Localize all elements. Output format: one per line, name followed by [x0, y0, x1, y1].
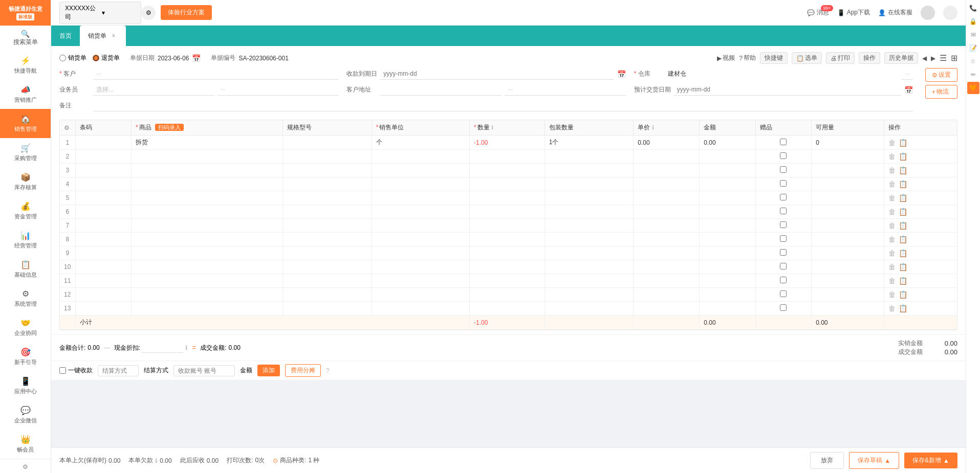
- expense-btn[interactable]: 费用分摊: [285, 364, 321, 377]
- row-pack-qty[interactable]: 1个: [545, 136, 633, 150]
- delete-icon[interactable]: 🗑: [888, 180, 896, 188]
- tab-sales-order[interactable]: 销货单 ×: [80, 26, 126, 46]
- delete-icon[interactable]: 🗑: [888, 194, 896, 202]
- copy-icon[interactable]: 📋: [899, 304, 907, 312]
- nav-next-icon[interactable]: ▶: [931, 55, 935, 62]
- settings-btn[interactable]: ⚙ 设置: [925, 68, 957, 82]
- expected-date-input[interactable]: [674, 84, 901, 96]
- delete-icon[interactable]: 🗑: [888, 235, 896, 243]
- expected-date-calendar-icon[interactable]: 📅: [904, 86, 913, 94]
- radio-sale-input[interactable]: [59, 55, 66, 61]
- copy-icon[interactable]: 📋: [899, 166, 907, 174]
- sidebar-item-sales[interactable]: 🏠 销售管理: [0, 109, 51, 138]
- row-price[interactable]: 0.00: [634, 136, 700, 150]
- rt-orange-btn[interactable]: 🧡: [967, 82, 979, 94]
- delete-icon[interactable]: 🗑: [888, 139, 896, 147]
- rt-note-btn[interactable]: 📝: [967, 42, 979, 54]
- delete-icon[interactable]: 🗑: [888, 304, 896, 312]
- avatar-extra[interactable]: [943, 6, 957, 20]
- customer-input[interactable]: ···: [93, 68, 338, 80]
- view-icon-list[interactable]: ☰: [940, 53, 947, 63]
- radio-return-input[interactable]: [93, 55, 99, 61]
- row-unit[interactable]: 个: [372, 136, 469, 150]
- calendar-icon[interactable]: 📅: [192, 54, 201, 62]
- save-draft-btn[interactable]: 保存草稿 ▲: [849, 452, 899, 469]
- addr-dots[interactable]: ···: [505, 84, 626, 96]
- experience-btn[interactable]: 体验行业方案: [161, 5, 212, 20]
- delete-icon[interactable]: 🗑: [888, 208, 896, 216]
- radio-sale[interactable]: 销货单: [59, 54, 86, 62]
- delete-icon[interactable]: 🗑: [888, 263, 896, 271]
- sidebar-item-wechat[interactable]: 💬 企业微信: [0, 400, 51, 430]
- copy-icon[interactable]: 📋: [899, 194, 907, 202]
- operation-btn[interactable]: 操作: [859, 52, 880, 64]
- select-order-btn[interactable]: 📋 选单: [792, 52, 822, 64]
- rt-mail-btn[interactable]: ✉: [967, 29, 979, 41]
- customer-addr-input[interactable]: [380, 84, 502, 96]
- app-download-btn[interactable]: 📱 App下载: [837, 8, 870, 17]
- delete-icon[interactable]: 🗑: [888, 166, 896, 174]
- video-btn[interactable]: ▶ 视频: [717, 54, 735, 62]
- qty-info-icon[interactable]: ℹ: [491, 124, 493, 130]
- help-btn[interactable]: ? 帮助: [739, 54, 756, 62]
- sidebar-settings-btn[interactable]: ⚙: [0, 459, 51, 473]
- delete-icon[interactable]: 🗑: [888, 152, 896, 161]
- payment-account-input[interactable]: [173, 365, 235, 376]
- copy-icon[interactable]: 📋: [899, 263, 907, 271]
- copy-icon[interactable]: 📋: [899, 139, 907, 147]
- discard-btn[interactable]: 放弃: [810, 452, 844, 469]
- sidebar-item-appstore[interactable]: 📱 应用中心: [0, 371, 51, 400]
- row-spec[interactable]: [283, 136, 372, 150]
- discount-info-icon[interactable]: ℹ: [185, 344, 188, 351]
- logistics-btn[interactable]: + 物流: [925, 85, 957, 99]
- copy-icon[interactable]: 📋: [899, 249, 907, 257]
- copy-icon[interactable]: 📋: [899, 221, 907, 230]
- rt-phone-btn[interactable]: 📞: [967, 2, 979, 14]
- due-date-calendar-icon[interactable]: 📅: [617, 70, 626, 78]
- delete-icon[interactable]: 🗑: [888, 277, 896, 285]
- sidebar-item-system[interactable]: ⚙ 系统管理: [0, 284, 51, 313]
- payment-help-icon[interactable]: ?: [326, 367, 330, 374]
- copy-icon[interactable]: 📋: [899, 235, 907, 243]
- rt-lock-btn[interactable]: 🔒: [967, 15, 979, 28]
- row-gift[interactable]: [755, 136, 811, 150]
- row-qty[interactable]: -1.00: [469, 136, 545, 150]
- due-date-input[interactable]: [380, 68, 614, 80]
- company-selector[interactable]: XXXXXX公司 ▾: [59, 2, 141, 24]
- view-icon-grid[interactable]: ⊞: [951, 53, 957, 63]
- sidebar-item-vip[interactable]: 👑 畅会员: [0, 430, 51, 459]
- save-new-btn[interactable]: 保存&新增 ▲: [904, 453, 957, 468]
- radio-return[interactable]: 退货单: [93, 54, 120, 62]
- sidebar-item-search[interactable]: 🔍 搜索菜单: [0, 26, 51, 51]
- row-barcode[interactable]: [75, 136, 131, 150]
- delete-icon[interactable]: 🗑: [888, 249, 896, 257]
- salesperson-input[interactable]: [93, 84, 214, 96]
- salesperson-dots[interactable]: ···: [217, 84, 339, 96]
- copy-icon[interactable]: 📋: [899, 290, 907, 299]
- one-click-payment-checkbox[interactable]: 一键收款: [59, 366, 93, 375]
- nav-prev-icon[interactable]: ◀: [922, 55, 927, 62]
- copy-icon[interactable]: 📋: [899, 277, 907, 285]
- tab-close-btn[interactable]: ×: [110, 32, 118, 40]
- copy-icon[interactable]: 📋: [899, 180, 907, 188]
- add-payment-btn[interactable]: 添加: [257, 365, 280, 376]
- payment-method-input[interactable]: [98, 365, 139, 376]
- message-btn[interactable]: 💬 消息 99+: [807, 8, 829, 17]
- sidebar-item-enterprise[interactable]: 🤝 企业协同: [0, 313, 51, 342]
- price-info-icon[interactable]: ℹ: [652, 124, 654, 130]
- copy-icon[interactable]: 📋: [899, 152, 907, 161]
- delete-icon[interactable]: 🗑: [888, 221, 896, 230]
- sidebar-item-shortcut[interactable]: ⚡ 快捷导航: [0, 51, 51, 80]
- discount-input[interactable]: [142, 343, 183, 353]
- history-btn[interactable]: 历史单据: [884, 52, 918, 64]
- row-amount[interactable]: 0.00: [700, 136, 755, 150]
- rt-star-btn[interactable]: ☆: [967, 55, 979, 67]
- total-owe-info-icon[interactable]: ℹ: [155, 457, 158, 464]
- print-btn[interactable]: 🖨 打印: [826, 52, 855, 64]
- note-input[interactable]: [93, 100, 913, 111]
- warehouse-input[interactable]: ···: [902, 68, 913, 80]
- sidebar-item-base[interactable]: 📋 基础信息: [0, 255, 51, 284]
- sidebar-item-guide[interactable]: 🎯 新手引导: [0, 342, 51, 371]
- sidebar-item-finance[interactable]: 💰 资金管理: [0, 196, 51, 226]
- sidebar-item-marketing[interactable]: 📣 营销推广: [0, 80, 51, 109]
